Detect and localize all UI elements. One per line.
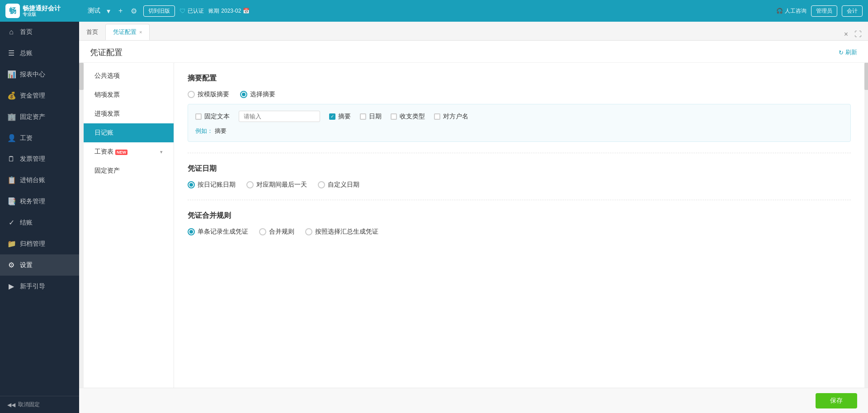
new-badge: NEW — [115, 150, 127, 155]
merge-rules-circle — [259, 228, 266, 235]
select-summary-dot — [242, 93, 245, 96]
by-selection-circle — [305, 228, 312, 235]
custom-date-radio[interactable]: 自定义日期 — [318, 181, 359, 189]
last-day-radio[interactable]: 对应期间最后一天 — [246, 181, 307, 189]
by-journal-date-circle — [188, 181, 195, 188]
sidebar-label-sales: 进销台账 — [20, 176, 45, 184]
by-journal-date-radio[interactable]: 按日记账日期 — [188, 181, 236, 189]
summary-config-section: 摘要配置 按模版摘要 选择摘要 — [188, 63, 851, 153]
scroll-thumb-left — [79, 63, 84, 90]
sidebar-icon-reports: 📊 — [7, 70, 15, 79]
topbar-right: 🎧 人工咨询 管理员 会计 — [776, 5, 863, 17]
accountant-button[interactable]: 会计 — [842, 5, 863, 17]
date-config-section: 凭证日期 按日记账日期 对应期间最后一天 — [188, 153, 851, 200]
refresh-icon: ↻ — [839, 49, 844, 56]
single-record-radio[interactable]: 单条记录生成凭证 — [188, 228, 248, 236]
pin-icon: ◀◀ — [7, 402, 15, 408]
vertical-scrollbar-right[interactable] — [864, 63, 868, 388]
sidebar-label-archive: 归档管理 — [20, 240, 45, 248]
page-footer: 保存 — [79, 388, 868, 413]
summary-box: ✓ — [329, 113, 335, 120]
by-template-circle — [188, 91, 195, 98]
sidebar-item-salary[interactable]: 👤 工资 — [0, 127, 79, 149]
sidebar-label-tax: 税务管理 — [20, 197, 45, 206]
save-button[interactable]: 保存 — [816, 393, 857, 408]
tab-bar: 首页凭证配置× × ⛶ — [79, 22, 868, 41]
left-nav-item-payroll[interactable]: 工资表 NEW ▾ — [84, 142, 174, 161]
add-icon[interactable]: + — [117, 5, 124, 17]
tab-label-voucher-config: 凭证配置 — [113, 28, 137, 36]
tab-voucher-config[interactable]: 凭证配置× — [105, 24, 150, 40]
close-tab-button[interactable]: × — [842, 28, 850, 40]
last-day-circle — [246, 181, 254, 188]
sidebar-label-ledger: 总账 — [20, 49, 33, 57]
summary-config-box: 固定文本 ✓ 摘要 — [188, 104, 851, 142]
fullscreen-button[interactable]: ⛶ — [853, 28, 863, 40]
fixed-text-checkbox[interactable]: 固定文本 — [195, 113, 230, 121]
admin-button[interactable]: 管理员 — [811, 5, 837, 17]
consultant-button[interactable]: 🎧 人工咨询 — [776, 7, 807, 15]
left-nav-item-fixed-assets[interactable]: 固定资产 — [84, 161, 174, 180]
sidebar-icon-archive: 📁 — [7, 239, 15, 248]
left-nav-item-purchase-invoice[interactable]: 进项发票 — [84, 104, 174, 123]
page-title: 凭证配置 — [90, 47, 123, 58]
project-name: 测试 — [88, 7, 100, 15]
calendar-icon[interactable]: 📅 — [243, 8, 250, 14]
left-nav-item-sales-invoice[interactable]: 销项发票 — [84, 85, 174, 104]
cancel-pin-button[interactable]: ◀◀ 取消固定 — [0, 396, 79, 413]
sidebar-icon-home: ⌂ — [7, 28, 15, 36]
sidebar-item-funds[interactable]: 💰 资金管理 — [0, 85, 79, 106]
sidebar-item-home[interactable]: ⌂ 首页 — [0, 22, 79, 42]
sidebar-item-reports[interactable]: 📊 报表中心 — [0, 64, 79, 85]
sidebar-item-ledger[interactable]: ☰ 总账 — [0, 42, 79, 64]
vertical-scrollbar-left[interactable] — [79, 63, 84, 388]
sidebar-icon-assets: 🏢 — [7, 113, 15, 121]
date-checkbox[interactable]: 日期 — [360, 113, 382, 121]
summary-radio-group: 按模版摘要 选择摘要 — [188, 90, 851, 99]
sidebar-item-archive[interactable]: 📁 归档管理 — [0, 233, 79, 254]
right-content: 摘要配置 按模版摘要 选择摘要 — [174, 63, 864, 388]
by-selection-radio[interactable]: 按照选择汇总生成凭证 — [305, 228, 378, 236]
left-nav-item-public[interactable]: 公共选项 — [84, 66, 174, 85]
payment-type-checkbox[interactable]: 收支类型 — [391, 113, 425, 121]
fixed-text-box — [195, 113, 202, 120]
custom-date-circle — [318, 181, 325, 188]
sidebar-item-tax[interactable]: 📑 税务管理 — [0, 191, 79, 212]
page-header: 凭证配置 ↻ 刷新 — [79, 41, 868, 63]
sidebar-icon-salary: 👤 — [7, 134, 15, 142]
fixed-text-input[interactable] — [239, 111, 320, 122]
sidebar-label-assets: 固定资产 — [20, 113, 45, 121]
counterparty-checkbox[interactable]: 对方户名 — [434, 113, 468, 121]
sidebar-icon-ledger: ☰ — [7, 49, 15, 57]
dropdown-arrow-icon[interactable]: ▾ — [105, 5, 112, 17]
sidebar-label-home: 首页 — [20, 28, 33, 36]
sidebar-label-funds: 资金管理 — [20, 92, 45, 100]
select-summary-radio[interactable]: 选择摘要 — [240, 90, 275, 99]
tab-close-voucher-config[interactable]: × — [139, 29, 142, 35]
sidebar-item-invoice[interactable]: 🗒 发票管理 — [0, 149, 79, 169]
period-info: 账期 2023-02 📅 — [208, 7, 250, 15]
by-template-radio[interactable]: 按模版摘要 — [188, 90, 229, 99]
main-layout: ⌂ 首页 ☰ 总账 📊 报表中心 💰 资金管理 🏢 固定资产 👤 工资 🗒 发票… — [0, 22, 868, 413]
scroll-thumb-right — [864, 63, 868, 90]
sidebar-item-sales[interactable]: 📋 进销台账 — [0, 169, 79, 191]
sidebar-item-close[interactable]: ✓ 结账 — [0, 212, 79, 233]
expand-arrow-payroll: ▾ — [160, 149, 163, 155]
sidebar-icon-funds: 💰 — [7, 91, 15, 100]
tab-home[interactable]: 首页 — [79, 24, 105, 40]
refresh-button[interactable]: ↻ 刷新 — [839, 48, 857, 56]
certified-badge: 🛡 已认证 — [179, 7, 204, 15]
sidebar-label-settings: 设置 — [20, 261, 33, 269]
left-nav-label-payroll: 工资表 NEW — [94, 148, 127, 156]
sidebar-item-assets[interactable]: 🏢 固定资产 — [0, 106, 79, 127]
by-journal-date-dot — [189, 183, 193, 187]
merge-rules-radio[interactable]: 合并规则 — [259, 228, 294, 236]
sidebar-item-settings[interactable]: ⚙ 设置 — [0, 254, 79, 276]
topbar-center: 测试 ▾ + ⚙ 切到旧版 🛡 已认证 账期 2023-02 📅 — [83, 5, 776, 17]
old-version-button[interactable]: 切到旧版 — [143, 5, 175, 17]
tab-label-home: 首页 — [86, 28, 98, 36]
summary-checkbox[interactable]: ✓ 摘要 — [329, 113, 351, 121]
sidebar-item-guide[interactable]: ▶ 新手引导 — [0, 276, 79, 297]
left-nav-item-journal[interactable]: 日记账 — [84, 123, 174, 142]
gear-icon[interactable]: ⚙ — [129, 5, 139, 17]
